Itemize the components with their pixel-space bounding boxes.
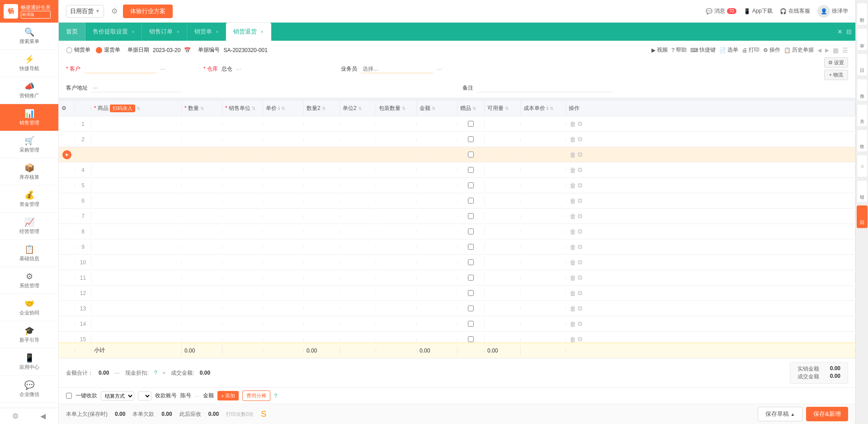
tab-sale-goods[interactable]: 销货单 × bbox=[187, 23, 226, 41]
sidebar-item-member[interactable]: 👑 畅会员 bbox=[0, 403, 58, 408]
row3-qty2[interactable] bbox=[304, 153, 340, 157]
row14-gift-checkbox[interactable] bbox=[468, 321, 474, 327]
row6-available[interactable] bbox=[485, 199, 521, 203]
row12-delete-btn[interactable]: 🗑 bbox=[570, 290, 576, 297]
row3-copy-btn[interactable]: ⧉ bbox=[578, 151, 582, 158]
sidebar-collapse-btn[interactable]: ◀ bbox=[31, 412, 55, 420]
row10-product[interactable] bbox=[91, 261, 182, 264]
row7-available[interactable] bbox=[485, 214, 521, 218]
footer-cash-help-icon[interactable]: ? bbox=[154, 370, 157, 376]
row13-unit2[interactable] bbox=[340, 307, 376, 310]
row1-available[interactable] bbox=[485, 122, 521, 126]
row8-delete-btn[interactable]: 🗑 bbox=[570, 228, 576, 235]
th-available-sort-icon[interactable]: ⇅ bbox=[505, 106, 509, 111]
row15-sales-unit[interactable] bbox=[222, 338, 263, 341]
row9-sales-unit[interactable] bbox=[222, 245, 263, 249]
row9-pack-qty[interactable] bbox=[376, 245, 417, 249]
row10-pack-qty[interactable] bbox=[376, 261, 417, 264]
row4-sales-unit[interactable] bbox=[222, 168, 263, 172]
add-payment-btn[interactable]: + 添加 bbox=[217, 391, 239, 400]
row4-unit-price[interactable] bbox=[263, 168, 304, 172]
row4-gift[interactable] bbox=[458, 165, 485, 175]
th-gift-sort-icon[interactable]: ⇅ bbox=[472, 106, 476, 111]
save-draft-btn[interactable]: 保存草稿 ▲ bbox=[758, 407, 803, 421]
row11-unit2[interactable] bbox=[340, 276, 376, 280]
tab-sale-price[interactable]: 售价提取设置 × bbox=[85, 23, 142, 41]
right-panel-receive-btn[interactable]: 收 bbox=[857, 129, 868, 152]
add-row-btn[interactable]: + bbox=[62, 150, 71, 159]
row10-cost-price[interactable] bbox=[521, 261, 566, 264]
row5-sales-unit[interactable] bbox=[222, 184, 263, 187]
row5-gift-checkbox[interactable] bbox=[468, 182, 474, 188]
row12-sales-unit[interactable] bbox=[222, 291, 263, 295]
row7-qty2[interactable] bbox=[304, 214, 340, 218]
row9-gift-checkbox[interactable] bbox=[468, 244, 474, 250]
row10-gift-checkbox[interactable] bbox=[468, 259, 474, 265]
right-panel-audit-btn[interactable]: 审 bbox=[857, 28, 868, 51]
fee-split-help-icon[interactable]: ? bbox=[274, 393, 277, 399]
row1-gift[interactable] bbox=[458, 119, 485, 129]
row9-qty[interactable] bbox=[182, 245, 222, 249]
row7-copy-btn[interactable]: ⧉ bbox=[578, 212, 582, 220]
row8-available[interactable] bbox=[485, 230, 521, 233]
right-panel-push-btn[interactable]: 推 bbox=[857, 79, 868, 101]
customer-input[interactable] bbox=[84, 65, 156, 73]
row9-copy-btn[interactable]: ⧉ bbox=[578, 243, 582, 251]
right-panel-star-btn[interactable]: ☆ bbox=[857, 155, 868, 177]
right-panel-log-btn[interactable]: 日 bbox=[857, 53, 868, 76]
row14-delete-btn[interactable]: 🗑 bbox=[570, 320, 576, 328]
row4-gift-checkbox[interactable] bbox=[468, 167, 474, 173]
row15-pack-qty[interactable] bbox=[376, 338, 417, 341]
row8-copy-btn[interactable]: ⧉ bbox=[578, 228, 582, 235]
row11-qty2[interactable] bbox=[304, 276, 340, 280]
th-amount-sort-icon[interactable]: ⇅ bbox=[432, 106, 435, 111]
row1-unit2[interactable] bbox=[340, 122, 376, 126]
row3-qty[interactable] bbox=[182, 153, 222, 157]
settings-btn[interactable]: ⚙ 设置 bbox=[824, 57, 848, 68]
sidebar-item-guide[interactable]: 🎓 新手引导 bbox=[0, 321, 58, 348]
th-product-sort-icon[interactable]: ⇅ bbox=[137, 106, 140, 111]
row12-pack-qty[interactable] bbox=[376, 291, 417, 295]
row10-available[interactable] bbox=[485, 261, 521, 264]
sidebar-item-wechat[interactable]: 💬 企业微信 bbox=[0, 376, 58, 403]
row2-copy-btn[interactable]: ⧉ bbox=[578, 135, 582, 143]
row13-sales-unit[interactable] bbox=[222, 307, 263, 310]
row9-delete-btn[interactable]: 🗑 bbox=[570, 243, 576, 251]
row1-qty[interactable] bbox=[182, 122, 222, 126]
row14-unit-price[interactable] bbox=[263, 322, 304, 326]
tab-sale-order-close-icon[interactable]: × bbox=[176, 29, 179, 34]
row4-pack-qty[interactable] bbox=[376, 168, 417, 172]
row7-delete-btn[interactable]: 🗑 bbox=[570, 213, 576, 220]
row10-unit2[interactable] bbox=[340, 261, 376, 264]
row3-cost-price[interactable] bbox=[521, 153, 566, 157]
row10-qty[interactable] bbox=[182, 261, 222, 264]
tab-sale-price-close-icon[interactable]: × bbox=[132, 29, 134, 34]
date-value[interactable]: 2023-03-20 bbox=[153, 47, 180, 53]
row10-unit-price[interactable] bbox=[263, 261, 304, 264]
row15-unit-price[interactable] bbox=[263, 338, 304, 341]
row4-product[interactable] bbox=[91, 168, 182, 172]
row1-cost-price[interactable] bbox=[521, 122, 566, 126]
staff-input[interactable] bbox=[361, 65, 433, 73]
row8-qty[interactable] bbox=[182, 230, 222, 233]
row12-gift-checkbox[interactable] bbox=[468, 290, 474, 296]
row13-gift[interactable] bbox=[458, 304, 485, 313]
row3-product[interactable] bbox=[91, 150, 182, 160]
th-qty2-sort-icon[interactable]: ⇅ bbox=[322, 106, 326, 111]
row15-product[interactable] bbox=[91, 338, 182, 341]
row7-cost-price[interactable] bbox=[521, 214, 566, 218]
row2-amount[interactable] bbox=[417, 138, 458, 141]
row8-gift[interactable] bbox=[458, 227, 485, 236]
row3-amount[interactable] bbox=[417, 153, 458, 157]
row6-pack-qty[interactable] bbox=[376, 199, 417, 203]
th-unit-price-sort-icon[interactable]: ⇅ bbox=[281, 106, 285, 111]
sidebar-item-system[interactable]: ⚙ 系统管理 bbox=[0, 267, 58, 294]
sidebar-item-finance[interactable]: 💰 资金管理 bbox=[0, 186, 58, 213]
row15-available[interactable] bbox=[485, 338, 521, 341]
row13-amount[interactable] bbox=[417, 307, 458, 310]
row2-gift-checkbox[interactable] bbox=[468, 136, 474, 142]
row12-available[interactable] bbox=[485, 291, 521, 295]
row1-amount[interactable] bbox=[417, 122, 458, 126]
row11-amount[interactable] bbox=[417, 276, 458, 280]
message-btn[interactable]: 💬 消息 70 bbox=[706, 7, 736, 15]
